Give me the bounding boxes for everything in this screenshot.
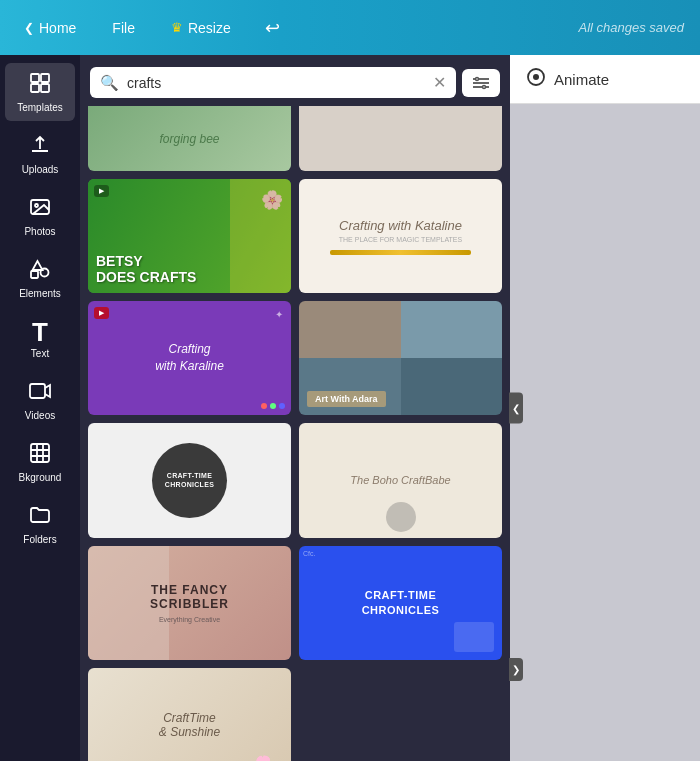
template-card-craft-chronicles-blue[interactable]: Cfc. CRAFT-TIMECHRONICLES [299,546,502,660]
betsy-crafts-text: BETSYDOES CRAFTS [96,254,196,285]
svg-point-14 [483,85,486,88]
svg-rect-0 [31,74,39,82]
art-adara-label: Art With Adara [307,388,494,407]
videos-icon [28,379,52,407]
search-input-wrap[interactable]: 🔍 ✕ [90,67,456,98]
svg-rect-2 [31,84,39,92]
templates-label: Templates [17,102,63,113]
animate-circle-icon [526,67,546,91]
template-card-crafting-kataline[interactable]: Crafting with Kataline THE PLACE FOR MAG… [299,179,502,293]
sidebar-item-folders[interactable]: Folders [5,495,75,553]
svg-rect-9 [31,444,49,462]
text-label: Text [31,348,49,359]
elements-icon [28,257,52,285]
sidebar-item-uploads[interactable]: Uploads [5,125,75,183]
elements-label: Elements [19,288,61,299]
crafttime-sunshine-text: CraftTime& Sunshine [159,711,220,739]
chronicles-circle-text: CRAFT-TIMECHRONICLES [165,471,214,489]
template-card-art-adara[interactable]: Art With Adara [299,301,502,415]
template-card-partial-2[interactable] [299,106,502,171]
background-icon [28,441,52,469]
templates-grid: forging bee ▶ BETSYDOES CRAFTS [80,106,510,761]
crown-icon: ♛ [171,20,183,35]
partial-card-1-text: forging bee [159,132,219,146]
animate-bar: Animate [510,55,700,104]
resize-label: Resize [188,20,231,36]
crafting-kataline-title: Crafting with Kataline [339,218,462,233]
undo-button[interactable]: ↩ [259,13,286,43]
craft-chronicles-blue-text: CRAFT-TIMECHRONICLES [362,588,440,617]
svg-rect-8 [30,384,45,398]
saved-status: All changes saved [578,20,684,35]
crafting-purple-text: Craftingwith Karaline [155,341,224,375]
craft-blue-small: Cfc. [303,550,315,557]
svg-rect-7 [31,271,38,278]
svg-rect-1 [41,74,49,82]
templates-icon [28,71,52,99]
home-button[interactable]: ❮ Home [16,16,84,40]
uploads-icon [28,133,52,161]
template-card-craft-chronicles-circle[interactable]: CRAFT-TIMECHRONICLES [88,423,291,537]
template-card-crafting-purple[interactable]: ▶ Craftingwith Karaline ✦ [88,301,291,415]
fancy-scribbler-text: THE FANCYSCRIBBLER Everything Creative [150,583,229,623]
panel-collapse-bottom-button[interactable]: ❯ [509,658,523,681]
file-button[interactable]: File [104,16,143,40]
topbar: ❮ Home File ♛ Resize ↩ All changes saved [0,0,700,55]
resize-button[interactable]: ♛ Resize [163,16,239,40]
back-chevron-icon: ❮ [24,21,34,35]
sidebar-item-photos[interactable]: Photos [5,187,75,245]
canvas-area[interactable] [510,104,700,761]
clear-search-button[interactable]: ✕ [433,73,446,92]
sidebar-item-elements[interactable]: Elements [5,249,75,307]
panel-wrapper: 🔍 ✕ forging b [80,55,510,761]
crafting-kataline-sub: THE PLACE FOR MAGIC TEMPLATES [339,236,462,243]
sidebar-item-videos[interactable]: Videos [5,371,75,429]
background-label: Bkground [19,472,62,483]
photos-label: Photos [24,226,55,237]
sidebar-item-text[interactable]: T Text [5,311,75,367]
svg-point-6 [41,269,49,277]
template-card-betsy-crafts[interactable]: ▶ BETSYDOES CRAFTS 🌸 [88,179,291,293]
search-bar: 🔍 ✕ [80,55,510,106]
svg-point-5 [35,204,38,207]
color-dots [261,403,285,409]
sidebar-item-background[interactable]: Bkground [5,433,75,491]
filter-button[interactable] [462,69,500,97]
main-layout: Templates Uploads Photos [0,55,700,761]
template-card-crafttime-sunshine[interactable]: CraftTime& Sunshine 🌸 [88,668,291,761]
animate-label[interactable]: Animate [554,71,609,88]
file-label: File [112,20,135,36]
uploads-label: Uploads [22,164,59,175]
search-input[interactable] [127,75,425,91]
search-icon: 🔍 [100,74,119,92]
sidebar-item-templates[interactable]: Templates [5,63,75,121]
template-card-boho-craftbabe[interactable]: The Boho CraftBabe [299,423,502,537]
right-area: Animate [510,55,700,761]
svg-rect-3 [41,84,49,92]
panel-collapse-button[interactable]: ❮ [509,393,523,424]
text-icon: T [32,319,48,345]
sidebar: Templates Uploads Photos [0,55,80,761]
grid-spacer [299,668,502,761]
photos-icon [28,195,52,223]
templates-panel: 🔍 ✕ forging b [80,55,510,761]
boho-craftbabe-text: The Boho CraftBabe [342,465,458,496]
folders-icon [28,503,52,531]
template-card-fancy-scribbler[interactable]: THE FANCYSCRIBBLER Everything Creative [88,546,291,660]
video-badge-2: ▶ [94,307,109,319]
template-card-partial-1[interactable]: forging bee [88,106,291,171]
svg-point-13 [476,77,479,80]
home-label: Home [39,20,76,36]
svg-point-16 [533,74,539,80]
videos-label: Videos [25,410,55,421]
video-badge: ▶ [94,185,109,197]
folders-label: Folders [23,534,56,545]
